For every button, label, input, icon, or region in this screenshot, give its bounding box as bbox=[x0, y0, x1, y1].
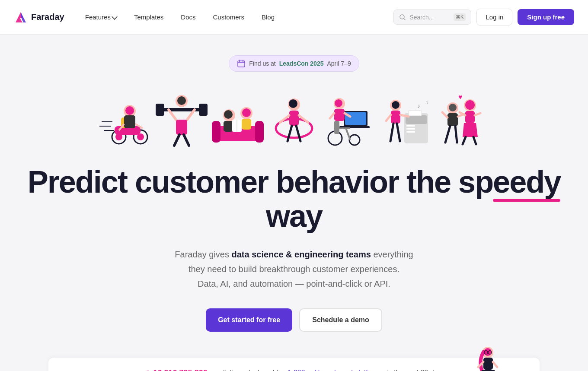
stats-text-before: predictions deployed for bbox=[211, 369, 284, 371]
svg-line-75 bbox=[390, 124, 393, 141]
svg-rect-69 bbox=[409, 111, 422, 116]
svg-line-94 bbox=[473, 137, 476, 144]
svg-rect-24 bbox=[199, 104, 208, 116]
svg-line-57 bbox=[330, 113, 334, 118]
svg-rect-40 bbox=[242, 119, 251, 130]
svg-line-86 bbox=[455, 126, 457, 143]
hero-heading: Predict customer behavior the speedy way bbox=[14, 165, 574, 233]
svg-rect-68 bbox=[406, 131, 415, 133]
illus-copier: ♪ ♫ bbox=[378, 92, 435, 148]
schedule-demo-button[interactable]: Schedule a demo bbox=[299, 308, 382, 332]
svg-rect-46 bbox=[289, 111, 299, 126]
svg-point-98 bbox=[488, 351, 492, 354]
stats-bar: ↗ 16,916,795,800 predictions deployed fo… bbox=[48, 358, 540, 371]
svg-point-55 bbox=[335, 99, 342, 107]
svg-rect-67 bbox=[406, 128, 415, 130]
illus-weightlifter bbox=[153, 92, 210, 148]
svg-point-96 bbox=[484, 348, 492, 356]
stats-brands-link[interactable]: 1,000s of brands and platforms bbox=[288, 369, 383, 371]
svg-line-50 bbox=[296, 126, 300, 141]
svg-text:♪: ♪ bbox=[417, 102, 420, 109]
nav-blog[interactable]: Blog bbox=[255, 10, 281, 24]
nav-customers[interactable]: Customers bbox=[206, 10, 251, 24]
logo[interactable]: Faraday bbox=[14, 10, 64, 24]
svg-point-15 bbox=[125, 106, 134, 115]
svg-text:♥: ♥ bbox=[458, 93, 463, 101]
subtext-bold: data science & engineering teams bbox=[231, 250, 371, 259]
trend-icon: ↗ bbox=[144, 368, 150, 371]
illus-wheelchair bbox=[322, 92, 378, 148]
svg-rect-37 bbox=[224, 121, 233, 132]
svg-line-31 bbox=[184, 135, 189, 146]
svg-rect-56 bbox=[334, 109, 345, 121]
stats-text-after: in the past 30 days bbox=[387, 369, 444, 371]
svg-rect-34 bbox=[255, 121, 264, 143]
svg-point-81 bbox=[449, 104, 457, 111]
navbar: Faraday Features Templates Docs Customer… bbox=[0, 0, 588, 35]
badge-dates: April 7–9 bbox=[327, 60, 351, 67]
signup-button[interactable]: Sign up free bbox=[518, 9, 574, 25]
calendar-icon bbox=[237, 59, 246, 68]
cta-buttons: Get started for free Schedule a demo bbox=[14, 308, 574, 332]
svg-line-63 bbox=[346, 128, 350, 140]
svg-point-39 bbox=[242, 108, 251, 117]
illus-hula bbox=[266, 92, 322, 148]
badge-event: LeadsCon 2025 bbox=[279, 60, 324, 67]
svg-line-3 bbox=[404, 19, 405, 20]
svg-point-97 bbox=[484, 351, 488, 354]
chevron-down-icon bbox=[112, 13, 118, 19]
illus-scooter bbox=[97, 92, 153, 148]
announcement-badge[interactable]: Find us at LeadsCon 2025 April 7–9 bbox=[229, 55, 359, 72]
svg-point-36 bbox=[224, 110, 233, 119]
svg-line-30 bbox=[174, 135, 179, 146]
svg-rect-23 bbox=[156, 104, 164, 116]
svg-line-49 bbox=[288, 126, 292, 141]
svg-point-71 bbox=[392, 101, 399, 109]
illus-couch bbox=[210, 92, 266, 148]
nav-templates[interactable]: Templates bbox=[127, 10, 170, 24]
svg-rect-82 bbox=[447, 113, 458, 126]
svg-line-73 bbox=[386, 115, 391, 121]
svg-rect-72 bbox=[391, 111, 400, 124]
nav-actions: Search... ⌘K Log in Sign up free bbox=[393, 9, 574, 25]
svg-rect-33 bbox=[212, 121, 220, 143]
badge-prefix: Find us at bbox=[249, 60, 275, 67]
nav-docs[interactable]: Docs bbox=[174, 10, 202, 24]
illus-dancing: ♥ bbox=[435, 92, 491, 148]
svg-line-93 bbox=[463, 137, 466, 144]
svg-marker-90 bbox=[463, 123, 478, 137]
svg-line-92 bbox=[475, 113, 480, 115]
svg-rect-4 bbox=[238, 61, 245, 67]
svg-point-60 bbox=[349, 135, 360, 145]
svg-rect-29 bbox=[176, 120, 187, 135]
hero-subtext: Faraday gives data science & engineering… bbox=[14, 247, 574, 291]
search-shortcut: ⌘K bbox=[454, 13, 466, 21]
search-box[interactable]: Search... ⌘K bbox=[393, 10, 471, 25]
svg-point-26 bbox=[177, 96, 186, 105]
search-placeholder: Search... bbox=[409, 14, 450, 21]
svg-line-85 bbox=[445, 126, 450, 143]
svg-point-95 bbox=[482, 347, 493, 358]
illustrations-row: ♪ ♫ ♥ bbox=[14, 87, 574, 148]
svg-point-45 bbox=[289, 99, 297, 108]
svg-rect-16 bbox=[124, 115, 135, 128]
hero-section: Find us at LeadsCon 2025 April 7–9 bbox=[0, 35, 588, 371]
login-button[interactable]: Log in bbox=[476, 9, 512, 25]
stats-number: 16,916,795,800 bbox=[153, 368, 208, 371]
heading-underline-word: eedy bbox=[493, 165, 560, 199]
svg-rect-66 bbox=[406, 125, 415, 127]
svg-point-88 bbox=[465, 100, 475, 110]
nav-links: Features Templates Docs Customers Blog bbox=[78, 10, 394, 24]
svg-line-83 bbox=[442, 112, 447, 117]
svg-line-76 bbox=[397, 124, 400, 141]
search-icon bbox=[399, 14, 406, 21]
nav-features[interactable]: Features bbox=[78, 10, 124, 24]
svg-text:♫: ♫ bbox=[425, 100, 428, 105]
hero-bottom: ↗ 16,916,795,800 predictions deployed fo… bbox=[14, 358, 574, 371]
svg-rect-89 bbox=[465, 111, 475, 123]
get-started-button[interactable]: Get started for free bbox=[206, 308, 292, 332]
